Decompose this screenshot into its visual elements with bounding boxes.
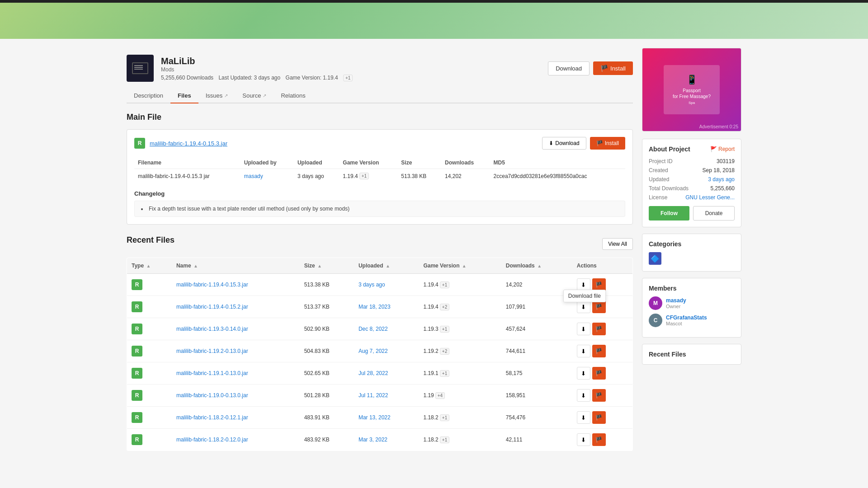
row-upload-date[interactable]: Aug 7, 2022 bbox=[359, 348, 388, 354]
row-version-plus: +4 bbox=[435, 392, 445, 399]
row-filename-link[interactable]: malilib-fabric-1.19.3-0.14.0.jar bbox=[176, 326, 248, 332]
row-action-btns: ⬇ 🏴 bbox=[577, 323, 628, 335]
row-filename-link[interactable]: malilib-fabric-1.19.4-0.15.3.jar bbox=[176, 282, 248, 288]
row-upload-date[interactable]: Mar 3, 2022 bbox=[359, 436, 387, 443]
row-filename-link[interactable]: malilib-fabric-1.19.2-0.13.0.jar bbox=[176, 348, 248, 354]
row-download-button[interactable]: ⬇ bbox=[577, 411, 590, 424]
main-file-card: R malilib-fabric-1.19.4-0.15.3.jar ⬇ Dow… bbox=[127, 129, 633, 225]
donate-button[interactable]: Donate bbox=[693, 206, 735, 221]
row-download-button[interactable]: ⬇ bbox=[577, 389, 590, 402]
tab-issues[interactable]: Issues ↗ bbox=[198, 89, 236, 103]
row-size-cell: 502.65 KB bbox=[300, 362, 354, 385]
row-version-num: 1.19.2 bbox=[423, 348, 438, 354]
file-meta-table: Filename Uploaded by Uploaded Game Versi… bbox=[134, 157, 625, 183]
table-row: R malilib-fabric-1.19.4-0.15.3.jar 513.3… bbox=[127, 274, 633, 296]
tab-files[interactable]: Files bbox=[170, 89, 198, 103]
row-download-button[interactable]: ⬇ bbox=[577, 367, 590, 380]
about-total-downloads-row: Total Downloads 5,255,660 bbox=[649, 185, 735, 192]
row-badge: R bbox=[132, 346, 142, 357]
row-uploaded-cell: 3 days ago bbox=[354, 274, 419, 296]
row-filename-link[interactable]: malilib-fabric-1.19.0-0.13.0.jar bbox=[176, 392, 248, 399]
categories-card: Categories 🔷 bbox=[642, 234, 741, 272]
row-name-cell: malilib-fabric-1.19.3-0.14.0.jar bbox=[172, 318, 300, 340]
row-upload-date[interactable]: 3 days ago bbox=[359, 282, 385, 288]
main-file-install-button[interactable]: 🏴 Install bbox=[590, 137, 625, 150]
row-upload-date[interactable]: Jul 11, 2022 bbox=[359, 392, 388, 399]
row-version-num: 1.18.2 bbox=[423, 414, 438, 421]
row-version-plus: +1 bbox=[440, 282, 449, 288]
row-download-button[interactable]: ⬇ bbox=[577, 300, 590, 313]
recent-files-title: Recent Files bbox=[127, 235, 175, 245]
member-name[interactable]: masady bbox=[666, 297, 686, 304]
row-install-button[interactable]: 🏴 bbox=[592, 323, 606, 335]
row-filename-link[interactable]: malilib-fabric-1.18.2-0.12.0.jar bbox=[176, 436, 248, 443]
row-actions-cell: ⬇ 🏴 bbox=[572, 429, 633, 451]
file-header: R malilib-fabric-1.19.4-0.15.3.jar ⬇ Dow… bbox=[134, 137, 625, 150]
row-uploaded-cell: Jul 28, 2022 bbox=[354, 362, 419, 385]
row-uploaded-cell: Aug 7, 2022 bbox=[354, 340, 419, 362]
row-download-button[interactable]: ⬇ bbox=[577, 345, 590, 357]
row-download-button[interactable]: ⬇ bbox=[577, 278, 590, 291]
row-version-badge: 1.19.3 +1 bbox=[423, 326, 449, 333]
row-upload-date[interactable]: Jul 28, 2022 bbox=[359, 370, 388, 376]
row-size-cell: 483.92 KB bbox=[300, 429, 354, 451]
main-row-uploaded-by[interactable]: masady bbox=[241, 169, 294, 183]
row-install-button[interactable]: 🏴 bbox=[592, 300, 606, 313]
main-file-title: Main File bbox=[127, 113, 633, 122]
project-downloads: 5,255,660 Downloads bbox=[161, 75, 213, 81]
main-file-link[interactable]: malilib-fabric-1.19.4-0.15.3.jar bbox=[150, 140, 227, 147]
main-file-download-button[interactable]: ⬇ Download bbox=[542, 137, 586, 150]
file-type-cell: R bbox=[132, 390, 167, 401]
tab-description[interactable]: Description bbox=[127, 89, 170, 103]
file-type-cell: R bbox=[132, 368, 167, 379]
row-name-cell: malilib-fabric-1.19.4-0.15.2.jar bbox=[172, 296, 300, 318]
row-download-button[interactable]: ⬇ bbox=[577, 433, 590, 446]
row-version-cell: 1.19.3 +1 bbox=[419, 318, 501, 340]
inst-label: Install bbox=[605, 140, 619, 146]
row-upload-date[interactable]: Mar 18, 2023 bbox=[359, 304, 391, 310]
row-filename-link[interactable]: malilib-fabric-1.19.1-0.13.0.jar bbox=[176, 370, 248, 376]
row-type-cell: R bbox=[127, 407, 172, 429]
row-version-badge: 1.19.2 +2 bbox=[423, 348, 449, 355]
row-type-cell: R bbox=[127, 385, 172, 407]
row-downloads-cell: 457,624 bbox=[501, 318, 572, 340]
row-install-button[interactable]: 🏴 bbox=[592, 278, 606, 291]
report-link[interactable]: 🚩 Report bbox=[710, 146, 735, 152]
row-install-button[interactable]: 🏴 bbox=[592, 389, 606, 402]
row-upload-date[interactable]: Dec 8, 2022 bbox=[359, 326, 388, 332]
row-name-cell: malilib-fabric-1.19.1-0.13.0.jar bbox=[172, 362, 300, 385]
row-size-cell: 502.90 KB bbox=[300, 318, 354, 340]
row-install-button[interactable]: 🏴 bbox=[592, 367, 606, 380]
view-all-button[interactable]: View All bbox=[602, 238, 633, 250]
file-type-cell: R bbox=[132, 346, 167, 357]
row-install-button[interactable]: 🏴 bbox=[592, 433, 606, 446]
changelog-title: Changelog bbox=[134, 190, 625, 197]
row-install-button[interactable]: 🏴 bbox=[592, 345, 606, 357]
members-list: M masady Owner C CFGrafanaStats Mascot bbox=[649, 296, 735, 327]
row-actions-cell: ⬇ Download file 🏴 bbox=[572, 274, 633, 296]
row-filename-link[interactable]: malilib-fabric-1.18.2-0.12.1.jar bbox=[176, 414, 248, 421]
header-download-button[interactable]: Download bbox=[548, 61, 590, 75]
member-name[interactable]: CFGrafanaStats bbox=[666, 314, 707, 321]
follow-button[interactable]: Follow bbox=[649, 206, 689, 221]
header-install-button[interactable]: 🏴 Install bbox=[593, 61, 633, 75]
tab-relations[interactable]: Relations bbox=[274, 89, 312, 103]
row-badge: R bbox=[132, 279, 142, 290]
download-tooltip: Download file bbox=[563, 290, 606, 302]
file-type-cell: R bbox=[132, 412, 167, 423]
col-game-version: Game Version bbox=[339, 157, 397, 169]
row-download-button[interactable]: ⬇ bbox=[577, 323, 590, 335]
row-version-cell: 1.19.4 +2 bbox=[419, 296, 501, 318]
row-filename-link[interactable]: malilib-fabric-1.19.4-0.15.2.jar bbox=[176, 304, 248, 310]
main-row-downloads: 14,202 bbox=[441, 169, 490, 183]
tab-source[interactable]: Source ↗ bbox=[235, 89, 274, 103]
row-type-cell: R bbox=[127, 318, 172, 340]
row-upload-date[interactable]: Mar 13, 2022 bbox=[359, 414, 391, 421]
recent-files-sidebar-title: Recent Files bbox=[649, 351, 735, 358]
main-version-badge: 1.19.4 +1 bbox=[343, 173, 369, 179]
table-row: R malilib-fabric-1.19.4-0.15.2.jar 513.3… bbox=[127, 296, 633, 318]
table-row: R malilib-fabric-1.19.1-0.13.0.jar 502.6… bbox=[127, 362, 633, 385]
row-install-button[interactable]: 🏴 bbox=[592, 411, 606, 424]
row-downloads-cell: 58,175 bbox=[501, 362, 572, 385]
row-uploaded-cell: Mar 13, 2022 bbox=[354, 407, 419, 429]
